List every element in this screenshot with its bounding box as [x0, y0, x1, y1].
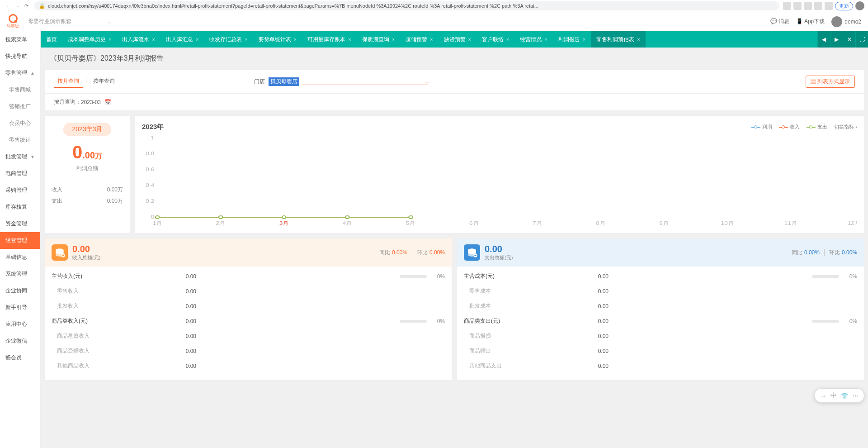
floating-toolbar[interactable]: ↔ 中 👕 ⋯	[814, 388, 864, 403]
legend-item[interactable]: 收入	[779, 124, 800, 130]
tab[interactable]: 可用量库存账本×	[302, 31, 356, 48]
tab-close-icon[interactable]: ×	[348, 37, 351, 42]
sidebar-item[interactable]: 采购管理	[0, 182, 40, 199]
tab[interactable]: 出入库汇总×	[160, 31, 204, 48]
tab-close-icon[interactable]: ×	[468, 37, 471, 42]
sidebar-item[interactable]: 零售管理▲	[0, 65, 40, 81]
tab-close-icon[interactable]: ×	[245, 37, 247, 42]
tab[interactable]: 首页	[41, 31, 62, 48]
sidebar-item[interactable]: 营销推广	[0, 98, 40, 115]
back-button[interactable]: ←	[4, 1, 13, 10]
ext-5[interactable]	[825, 2, 833, 10]
legend-item[interactable]: 利润	[751, 124, 772, 130]
tab-close-icon[interactable]: ×	[430, 37, 433, 42]
tab-close-icon[interactable]: ×	[152, 37, 155, 42]
svg-point-31	[345, 216, 349, 219]
tab[interactable]: 要货单统计表×	[253, 31, 302, 48]
month-value[interactable]: 2023-03	[81, 99, 101, 105]
tab[interactable]: 成本调整单历史×	[62, 31, 117, 48]
ext-3[interactable]	[804, 2, 812, 10]
messages-link[interactable]: 💬 消息	[770, 18, 789, 25]
category-row: 主营收入(元)0.000%	[52, 269, 445, 284]
page-title: 《贝贝母婴店》2023年3月利润报告	[41, 48, 868, 70]
tab[interactable]: 利润报告×	[553, 31, 591, 48]
tab[interactable]: 经营情况×	[514, 31, 552, 48]
tab[interactable]: 客户联络×	[476, 31, 514, 48]
user-menu[interactable]: demo2	[831, 16, 861, 27]
sidebar-item[interactable]: 新手引导	[0, 299, 40, 316]
tabs-next-button[interactable]: ▶	[830, 31, 843, 48]
tab-close-icon[interactable]: ×	[583, 37, 585, 42]
subcategory-row: 商品受赠收入0.00	[52, 343, 445, 358]
float-expand-icon[interactable]: ↔	[820, 392, 826, 399]
ext-2[interactable]	[793, 2, 802, 10]
page-body: 《贝贝母婴店》2023年3月利润报告 按月查询 | 按年查询 门店 贝贝母婴店 …	[41, 48, 868, 448]
calendar-icon[interactable]: 📅	[104, 99, 111, 105]
ext-1[interactable]	[783, 2, 791, 10]
sidebar-item[interactable]: 经营管理	[0, 232, 40, 249]
switch-indicator-button[interactable]: 切换指标 ›	[834, 124, 857, 130]
org-selector[interactable]: 母婴行业演示账套 ⌵	[28, 18, 111, 25]
filter-tab-month[interactable]: 按月查询	[54, 76, 83, 88]
tab[interactable]: 出入库流水×	[117, 31, 160, 48]
category-row: 商品类收入(元)0.000%	[52, 314, 445, 329]
profit-label: 利润总额	[52, 165, 123, 172]
progress-bar	[812, 320, 839, 323]
tab-close-icon[interactable]: ×	[506, 37, 509, 42]
filter-tab-year[interactable]: 按年查询	[90, 76, 118, 88]
subcategory-row: 零售收入0.00	[52, 284, 445, 299]
svg-text:1月: 1月	[152, 221, 162, 226]
tab-close-icon[interactable]: ×	[392, 37, 395, 42]
tab[interactable]: 零售利润预估表×	[591, 31, 645, 48]
summary-period: 2023年3月	[63, 123, 112, 136]
tab[interactable]: 超储预警×	[400, 31, 438, 48]
sidebar-item[interactable]: 畅会员	[0, 349, 40, 366]
sidebar-item[interactable]: 电商管理	[0, 165, 40, 182]
sidebar-item[interactable]: 零售商城	[0, 81, 40, 98]
sidebar-item[interactable]: 库存核算	[0, 199, 40, 215]
update-button[interactable]: 更新	[835, 2, 853, 10]
store-label: 门店	[254, 78, 265, 86]
app-download-link[interactable]: 📱 App下载	[796, 18, 825, 25]
tab[interactable]: 缺货预警×	[439, 31, 476, 48]
sidebar-item[interactable]: 系统管理	[0, 266, 40, 282]
browser-profile-avatar[interactable]	[855, 1, 864, 10]
sidebar-item[interactable]: 搜索菜单	[0, 31, 40, 48]
store-value: 贝贝母婴店	[269, 77, 299, 86]
sidebar-item[interactable]: 企业协同	[0, 282, 40, 299]
sidebar-item[interactable]: 应用中心	[0, 316, 40, 333]
store-selector[interactable]: 门店 贝贝母婴店 ⌵	[254, 77, 428, 86]
tab-close-icon[interactable]: ×	[294, 37, 297, 42]
tab-close-icon[interactable]: ×	[196, 37, 198, 42]
tabs-close-button[interactable]: ✕	[843, 31, 855, 48]
address-bar[interactable]: 🔒 cloud.chanjet.com/hsy/u400174daqxn/l0f…	[34, 1, 779, 10]
tab-close-icon[interactable]: ×	[637, 37, 640, 42]
tabs-prev-button[interactable]: ◀	[817, 31, 830, 48]
shirt-icon[interactable]: 👕	[841, 392, 848, 399]
reload-button[interactable]: ⟳	[22, 1, 31, 10]
sidebar-item[interactable]: 资金管理	[0, 215, 40, 232]
browser-chrome: ← → ⟳ 🔒 cloud.chanjet.com/hsy/u400174daq…	[0, 0, 868, 12]
tab-close-icon[interactable]: ×	[544, 37, 547, 42]
sidebar-item[interactable]: 会员中心	[0, 115, 40, 132]
app-logo[interactable]: 标准版	[7, 14, 19, 29]
sidebar-item[interactable]: 基础信息	[0, 249, 40, 266]
tab[interactable]: 保质期查询×	[357, 31, 400, 48]
tab[interactable]: 收发存汇总表×	[204, 31, 253, 48]
svg-text:11月: 11月	[784, 221, 797, 226]
legend-item[interactable]: 支出	[807, 124, 827, 130]
svg-point-32	[409, 216, 412, 219]
chevron-icon: ▲	[30, 71, 35, 76]
sidebar-item[interactable]: 企业微信	[0, 333, 40, 349]
chart-body[interactable]: 00.20.40.60.811月2月3月4月5月6月7月8月9月10月11月12…	[142, 136, 857, 226]
sidebar-item[interactable]: 零售统计	[0, 132, 40, 148]
sidebar-item[interactable]: 批发管理▼	[0, 148, 40, 165]
float-more-icon[interactable]: ⋯	[853, 392, 859, 399]
ext-4[interactable]	[814, 2, 822, 10]
list-view-button[interactable]: ▤ 列表方式显示	[806, 76, 855, 88]
tab-close-icon[interactable]: ×	[108, 37, 111, 42]
tabs-fullscreen-button[interactable]: ⛶	[855, 31, 868, 48]
forward-button[interactable]: →	[13, 1, 22, 10]
sidebar-item[interactable]: 快捷导航	[0, 48, 40, 65]
ime-indicator[interactable]: 中	[830, 391, 836, 400]
